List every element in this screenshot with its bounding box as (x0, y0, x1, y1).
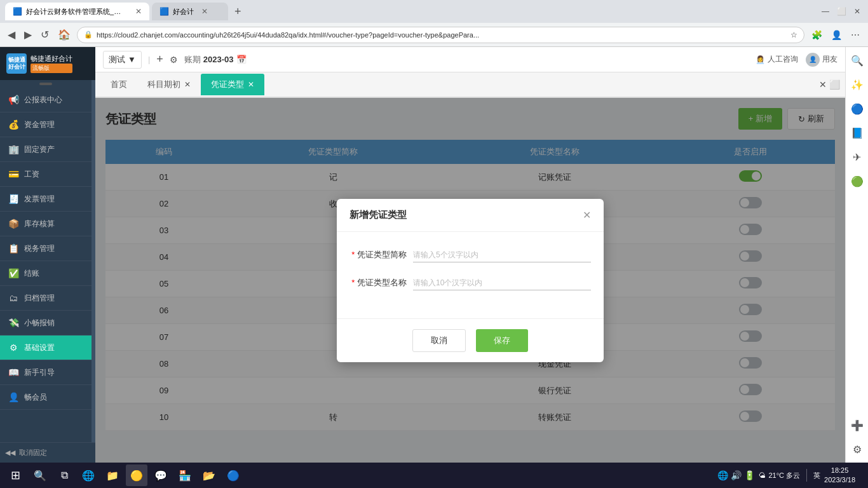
tab-voucher-close-icon[interactable]: ✕ (248, 80, 254, 89)
name-label: 凭证类型名称 (349, 277, 407, 288)
sidebar-item-guide[interactable]: 📖 新手引导 (0, 360, 92, 385)
tab-subject[interactable]: 科目期初 ✕ (137, 74, 201, 95)
workspace-name: 测试 (109, 54, 125, 65)
inventory-icon: 📦 (8, 218, 19, 229)
period-value: 2023-03 (203, 55, 234, 64)
user-label: 用友 (822, 54, 837, 65)
logo-badge: 流畅版 (31, 64, 72, 73)
sidebar-item-member-label: 畅会员 (24, 392, 47, 403)
abbr-form-row: 凭证类型简称 (349, 247, 591, 262)
right-book-icon[interactable]: 📘 (849, 125, 865, 141)
browser-tab-active[interactable]: 🟦 好会计云财务软件管理系统_会计 ✕ (5, 3, 149, 20)
home-button[interactable]: 🏠 (55, 26, 73, 43)
sidebar-item-inventory[interactable]: 📦 库存核算 (0, 212, 92, 236)
payroll-icon: 💳 (8, 168, 19, 180)
network-icon[interactable]: 🌐 (717, 470, 728, 480)
extensions-button[interactable]: 🧩 (808, 28, 825, 42)
browser-tab-inactive[interactable]: 🟦 好会计 ✕ (152, 3, 228, 20)
sidebar-item-archive[interactable]: 🗂 归档管理 (0, 286, 92, 311)
logo-icon: 畅捷通好会计 (6, 53, 27, 74)
content-area: 凭证类型 + 新增 ↻ 刷新 编码 凭证类型简称 (95, 98, 845, 463)
search-taskbar-button[interactable]: 🔍 (29, 464, 51, 486)
right-search-icon[interactable]: 🔍 (849, 52, 865, 69)
tab2-close-icon[interactable]: ✕ (201, 7, 208, 16)
archive-icon: 🗂 (8, 292, 19, 304)
tab-subject-close-icon[interactable]: ✕ (184, 80, 191, 89)
member-icon: 👤 (8, 391, 19, 403)
right-star-icon[interactable]: ✨ (849, 76, 865, 93)
chrome-button[interactable]: 🟡 (126, 464, 147, 486)
explorer-button[interactable]: 📁 (102, 464, 123, 486)
sidebar-item-invoice[interactable]: 🧾 发票管理 (0, 187, 92, 212)
show-desktop-button[interactable] (859, 464, 864, 486)
address-bar[interactable]: 🔒 https://cloud2.chanjet.com/accounting/… (77, 27, 804, 43)
right-circle-icon[interactable]: 🔵 (849, 100, 865, 117)
tab-voucher-type[interactable]: 凭证类型 ✕ (201, 74, 264, 95)
back-button[interactable]: ◀ (5, 26, 18, 43)
sidebar-item-settings[interactable]: ⚙ 基础设置 (0, 336, 92, 360)
battery-icon[interactable]: 🔋 (744, 470, 755, 480)
sidebar-item-fund[interactable]: 💰 资金管理 (0, 112, 92, 137)
top-bar: 测试 ▼ | + ⚙ 账期 2023-03 📅 👩‍💼 人工咨询 (95, 47, 845, 72)
weather-icon: 🌤 (759, 471, 766, 479)
language-indicator[interactable]: 英 (813, 471, 820, 480)
consult-label: 人工咨询 (768, 54, 798, 65)
save-button[interactable]: 保存 (476, 329, 528, 352)
announcement-icon: 📢 (8, 94, 19, 105)
restore-window-button[interactable]: ⬜ (834, 4, 849, 18)
sidebar-item-tax[interactable]: 📋 税务管理 (0, 236, 92, 261)
right-add-icon[interactable]: ➕ (849, 417, 865, 433)
sidebar-item-settlement[interactable]: ✅ 结账 (0, 261, 92, 286)
sidebar-item-announcement[interactable]: 📢 公报表中心 (0, 88, 92, 112)
clock-time: 18:25 (824, 466, 855, 475)
right-green-icon[interactable]: 🟢 (849, 173, 865, 189)
sidebar-item-fixed-assets[interactable]: 🏢 固定资产 (0, 137, 92, 162)
files-button[interactable]: 📂 (198, 464, 220, 486)
tab-voucher-type-label: 凭证类型 (211, 79, 244, 90)
edge-button[interactable]: 🌐 (78, 464, 99, 486)
forward-button[interactable]: ▶ (22, 26, 34, 43)
topbar-settings-button[interactable]: ⚙ (170, 55, 178, 65)
profile-button[interactable]: 👤 (828, 28, 845, 42)
tab2-favicon: 🟦 (159, 7, 169, 16)
topbar-divider: | (148, 55, 150, 64)
tab-close-icon[interactable]: ✕ (135, 7, 142, 16)
star-icon[interactable]: ☆ (790, 30, 797, 39)
cancel-fixed-btn[interactable]: ◀◀ 取消固定 (0, 442, 95, 463)
wechat-button[interactable]: 💬 (150, 464, 172, 486)
user-avatar: 👤 (806, 53, 820, 67)
sidebar-item-inventory-label: 库存核算 (24, 219, 55, 229)
sidebar-item-member[interactable]: 👤 畅会员 (0, 385, 92, 410)
abbr-input[interactable] (413, 247, 591, 262)
close-window-button[interactable]: ✕ (851, 4, 863, 18)
sidebar-item-expense[interactable]: 💸 小畅报销 (0, 311, 92, 336)
add-workspace-button[interactable]: + (156, 53, 163, 66)
name-input[interactable] (413, 275, 591, 290)
reload-button[interactable]: ↺ (38, 26, 51, 43)
workspace-selector[interactable]: 测试 ▼ (103, 51, 142, 69)
sidebar-item-payroll[interactable]: 💳 工资 (0, 162, 92, 187)
new-tab-button[interactable]: + (231, 5, 245, 18)
start-button[interactable]: ⊞ (4, 464, 27, 487)
browser-nav: ◀ ▶ ↺ 🏠 🔒 https://cloud2.chanjet.com/acc… (0, 23, 868, 47)
nav-icons: 🧩 👤 ⋯ (808, 28, 863, 42)
more-button[interactable]: ⋯ (848, 28, 863, 42)
workspace-dropdown-icon: ▼ (128, 55, 136, 64)
edge2-button[interactable]: 🔵 (222, 464, 244, 486)
cancel-button[interactable]: 取消 (412, 329, 466, 352)
taskview-button[interactable]: ⧉ (53, 464, 75, 486)
tab-maximize-button[interactable]: ⬜ (829, 79, 840, 90)
volume-icon[interactable]: 🔊 (731, 470, 742, 480)
appstore-button[interactable]: 🏪 (174, 464, 196, 486)
name-form-row: 凭证类型名称 (349, 275, 591, 290)
tab-minimize-button[interactable]: ✕ (819, 79, 827, 90)
minimize-window-button[interactable]: — (819, 4, 832, 18)
right-settings-icon[interactable]: ⚙ (849, 441, 865, 458)
weather-text: 21°C 多云 (768, 471, 800, 480)
modal-close-button[interactable]: ✕ (583, 209, 591, 221)
tab-home[interactable]: 首页 (100, 74, 137, 95)
user-button[interactable]: 👤 用友 (806, 53, 837, 67)
modal-footer: 取消 保存 (337, 318, 604, 362)
right-plane-icon[interactable]: ✈ (849, 149, 865, 165)
consult-button[interactable]: 👩‍💼 人工咨询 (756, 54, 798, 65)
